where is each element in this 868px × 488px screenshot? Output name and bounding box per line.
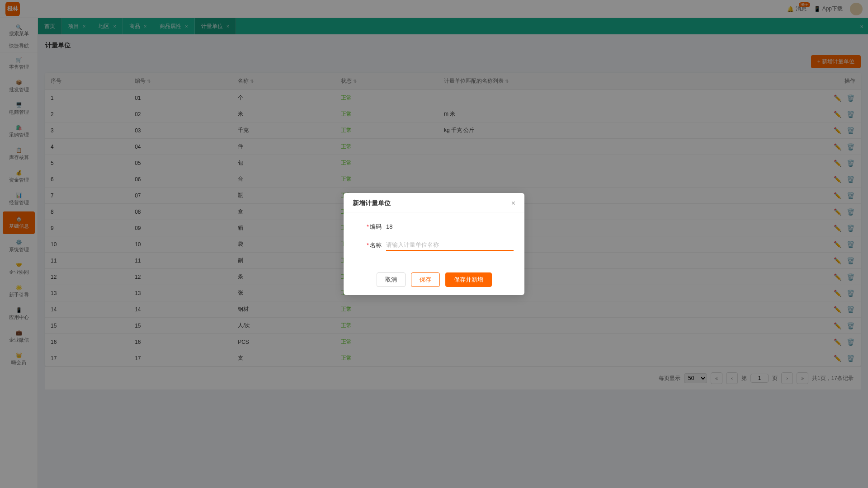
form-row-code: *编码 xyxy=(354,221,514,232)
required-mark: * xyxy=(367,223,369,230)
name-input[interactable] xyxy=(386,239,514,251)
save-button[interactable]: 保存 xyxy=(411,272,440,287)
save-and-new-button[interactable]: 保存并新增 xyxy=(445,272,492,287)
modal-overlay[interactable]: 新增计量单位 × *编码 *名称 取消 保存 保存并新增 xyxy=(0,0,868,488)
modal-body: *编码 *名称 xyxy=(344,212,524,267)
code-input[interactable] xyxy=(386,221,514,232)
name-label: *名称 xyxy=(354,241,382,249)
modal-title: 新增计量单位 xyxy=(353,199,391,207)
add-unit-modal: 新增计量单位 × *编码 *名称 取消 保存 保存并新增 xyxy=(344,193,524,295)
modal-close-button[interactable]: × xyxy=(511,199,515,207)
modal-header: 新增计量单位 × xyxy=(344,193,524,212)
form-row-name: *名称 xyxy=(354,239,514,251)
code-label: *编码 xyxy=(354,223,382,231)
required-mark-name: * xyxy=(367,242,369,249)
modal-footer: 取消 保存 保存并新增 xyxy=(344,267,524,295)
cancel-button[interactable]: 取消 xyxy=(377,272,406,287)
